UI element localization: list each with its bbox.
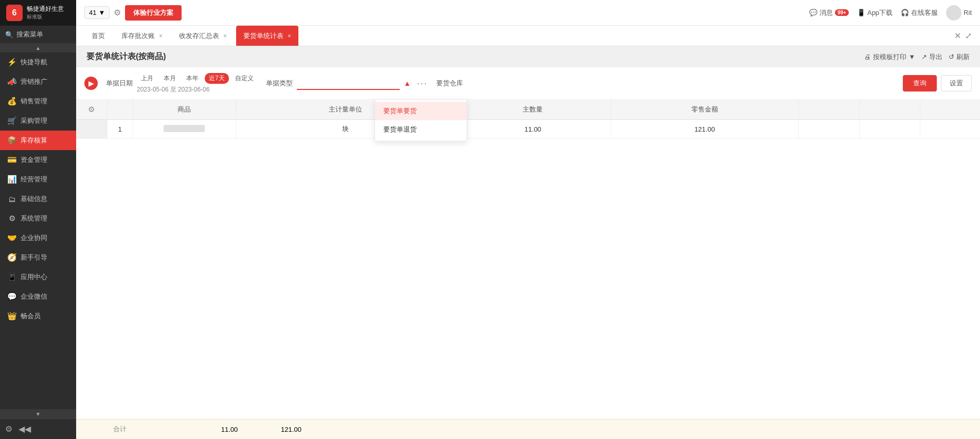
dropdown-item-order-return[interactable]: 要货单退货 (375, 120, 467, 139)
this-year-btn[interactable]: 本年 (182, 72, 203, 84)
filter-expand-btn[interactable]: ▶ (84, 77, 98, 90)
sidebar-item-label: 系统管理 (21, 214, 47, 223)
settings-bottom-icon[interactable]: ⚙ (5, 424, 12, 434)
this-month-btn[interactable]: 本月 (159, 72, 180, 84)
row-empty2 (860, 120, 920, 139)
industry-btn[interactable]: 体验行业方案 (125, 5, 182, 21)
product-placeholder (164, 125, 205, 132)
tab-home-label: 首页 (92, 31, 105, 41)
sidebar-item-label: 经营管理 (21, 175, 47, 184)
data-table: ⚙ 商品 主计量单位 主数量 零售金额 (76, 100, 980, 139)
type-filter-input[interactable] (297, 77, 400, 89)
table-header: ⚙ 商品 主计量单位 主数量 零售金额 (76, 100, 980, 120)
company-selector[interactable]: 41 ▼ (84, 6, 110, 19)
sidebar-item-enterprise[interactable]: 🤝 企业协同 (0, 228, 76, 248)
row-empty3 (920, 120, 980, 139)
print-icon: 🖨 (864, 53, 871, 61)
sidebar-item-label: 基础信息 (21, 194, 47, 204)
type-dropdown-chevron[interactable]: ▲ (404, 79, 411, 87)
custom-date-btn[interactable]: 自定义 (231, 72, 258, 84)
last-7-days-btn[interactable]: 近7天 (205, 73, 229, 84)
row-empty1 (798, 120, 859, 139)
warehouse-filter-section: 要货仓库 (436, 79, 463, 88)
sidebar-item-basics[interactable]: 🗂 基础信息 (0, 189, 76, 209)
wechat-icon: 💬 (7, 292, 16, 301)
sidebar-item-system[interactable]: ⚙ 系统管理 (0, 209, 76, 228)
tabbar-actions: ✕ ⤢ (954, 31, 972, 41)
sidebar-item-inventory[interactable]: 📦 库存核算 (0, 131, 76, 150)
selector-chevron-icon: ▼ (98, 9, 105, 16)
app-download-btn[interactable]: 📱 App下载 (857, 8, 893, 17)
online-service-btn[interactable]: 🎧 在线客服 (901, 8, 938, 17)
sidebar-item-purchase[interactable]: 🛒 采购管理 (0, 111, 76, 131)
user-avatar-area[interactable]: Rit (946, 5, 972, 21)
sidebar-scroll-down[interactable]: ▼ (0, 409, 76, 418)
tab-inventory-batch[interactable]: 库存批次账 × (114, 26, 170, 46)
collapse-icon[interactable]: ◀◀ (19, 424, 31, 434)
table-col-product: 商品 (133, 100, 236, 120)
sidebar-scroll-up[interactable]: ▲ (0, 43, 76, 52)
print-btn[interactable]: 🖨 按模板打印 ▼ (864, 52, 915, 62)
sidebar-item-label: 快捷导航 (21, 58, 47, 67)
date-filter-label: 单据日期 (106, 79, 133, 88)
tab-home[interactable]: 首页 (84, 26, 112, 46)
tab-receivable-summary[interactable]: 收发存汇总表 × (172, 26, 234, 46)
setting-btn[interactable]: 设置 (941, 75, 972, 92)
brand-name: 畅捷通好生意 (27, 5, 64, 13)
type-more-icon[interactable]: ··· (417, 78, 428, 89)
sidebar-item-quick-nav[interactable]: ⚡ 快捷导航 (0, 52, 76, 72)
topbar-right: 💬 消息 99+ 📱 App下载 🎧 在线客服 Rit (809, 5, 972, 21)
sidebar-item-label: 企业微信 (21, 292, 47, 301)
tab-close-all-icon[interactable]: ✕ (954, 31, 961, 41)
sidebar-item-label: 库存核算 (21, 136, 47, 145)
table-body: 1 块 11.00 121.00 (76, 120, 980, 139)
appstore-icon: 📱 (7, 272, 16, 282)
sidebar-item-marketing[interactable]: 📣 营销推广 (0, 72, 76, 92)
tab-inventory-batch-close[interactable]: × (159, 32, 163, 40)
export-btn[interactable]: ↗ 导出 (921, 52, 942, 62)
last-month-btn[interactable]: 上月 (137, 72, 157, 84)
purchase-icon: 🛒 (7, 116, 16, 125)
sidebar-item-label: 新手引导 (21, 253, 47, 262)
query-btn[interactable]: 查询 (903, 75, 937, 92)
operations-icon: 📊 (7, 175, 16, 184)
table-col-empty3 (920, 100, 980, 120)
refresh-btn[interactable]: ↺ 刷新 (949, 52, 970, 62)
date-range-display: 2023-05-06 至 2023-06-06 (137, 85, 258, 94)
tab-maximize-icon[interactable]: ⤢ (965, 31, 972, 41)
dropdown-item-order-goods[interactable]: 要货单要货 (375, 102, 467, 120)
tab-order-stats[interactable]: 要货单统计表 × (236, 26, 298, 46)
sidebar-item-finance[interactable]: 💳 资金管理 (0, 150, 76, 170)
messages-btn[interactable]: 💬 消息 99+ (809, 8, 849, 17)
table-col-settings[interactable]: ⚙ (76, 100, 107, 120)
page-title: 要货单统计表(按商品) (86, 51, 166, 62)
sidebar-item-appstore[interactable]: 📱 应用中心 (0, 267, 76, 287)
tab-receivable-summary-close[interactable]: × (223, 32, 227, 40)
export-label: 导出 (929, 52, 942, 62)
warehouse-filter-label: 要货仓库 (436, 79, 463, 88)
sidebar-item-label: 资金管理 (21, 155, 47, 164)
table-col-empty1 (798, 100, 859, 120)
sidebar-item-sales[interactable]: 💰 销售管理 (0, 92, 76, 111)
row-product (133, 120, 236, 139)
tab-order-stats-close[interactable]: × (288, 32, 291, 40)
sidebar-item-guide[interactable]: 🧭 新手引导 (0, 248, 76, 267)
finance-icon: 💳 (7, 155, 16, 164)
type-filter-section: 单据类型 ▲ ··· (266, 77, 428, 90)
user-name: Rit (964, 9, 972, 16)
quick-nav-icon: ⚡ (7, 58, 16, 67)
guide-icon: 🧭 (7, 253, 16, 262)
topbar-gear-icon[interactable]: ⚙ (114, 8, 121, 17)
sidebar-item-label: 销售管理 (21, 97, 47, 106)
date-buttons: 上月 本月 本年 近7天 自定义 (137, 72, 258, 84)
tab-inventory-batch-label: 库存批次账 (121, 31, 155, 41)
print-label: 按模板打印 (873, 52, 906, 62)
table-settings-icon[interactable]: ⚙ (88, 105, 95, 114)
search-menu[interactable]: 🔍 搜索菜单 (0, 26, 76, 43)
row-settings-cell (76, 120, 107, 139)
sidebar-item-member[interactable]: 👑 畅会员 (0, 306, 76, 326)
footer-quantity: 11.00 (209, 426, 250, 433)
table-footer: 合计 11.00 121.00 (76, 419, 980, 439)
sidebar-item-wechat[interactable]: 💬 企业微信 (0, 287, 76, 306)
sidebar-item-operations[interactable]: 📊 经营管理 (0, 170, 76, 189)
